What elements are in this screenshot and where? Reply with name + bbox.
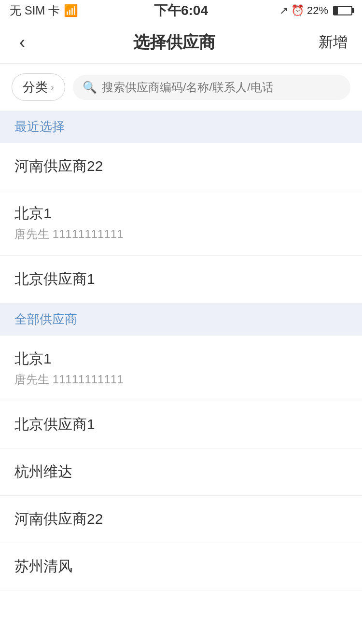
- item-detail: 唐先生 11111111111: [14, 372, 348, 387]
- battery-icon: [333, 6, 352, 15]
- chevron-right-icon: ›: [51, 82, 54, 93]
- all-section-header: 全部供应商: [0, 303, 362, 336]
- status-left: 无 SIM 卡 📶: [10, 3, 78, 18]
- recent-list: 河南供应商22 北京1 唐先生 11111111111 北京供应商1: [0, 143, 362, 303]
- battery-percent: 22%: [307, 4, 328, 17]
- search-input[interactable]: [102, 81, 341, 94]
- item-name: 北京1: [14, 349, 348, 369]
- all-list-item[interactable]: 北京1 唐先生 11111111111: [0, 336, 362, 401]
- all-section-label: 全部供应商: [14, 312, 77, 326]
- all-list-item[interactable]: 杭州维达: [0, 448, 362, 496]
- filter-bar: 分类 › 🔍: [0, 64, 362, 111]
- status-right: ↗ ⏰ 22%: [279, 4, 352, 17]
- search-box[interactable]: 🔍: [73, 75, 350, 100]
- item-name: 河南供应商22: [14, 509, 348, 529]
- item-name: 北京供应商1: [14, 269, 348, 289]
- item-name: 苏州清风: [14, 557, 348, 576]
- category-button[interactable]: 分类 ›: [12, 73, 65, 101]
- recent-list-item[interactable]: 河南供应商22: [0, 143, 362, 190]
- status-time: 下午6:04: [154, 1, 208, 20]
- item-name: 北京1: [14, 204, 348, 224]
- back-button[interactable]: ‹: [14, 28, 30, 57]
- recent-section-label: 最近选择: [14, 119, 65, 134]
- item-name: 河南供应商22: [14, 156, 348, 176]
- search-icon: 🔍: [83, 81, 97, 94]
- status-bar: 无 SIM 卡 📶 下午6:04 ↗ ⏰ 22%: [0, 0, 362, 21]
- alarm-icon: ⏰: [291, 4, 304, 17]
- recent-list-item[interactable]: 北京1 唐先生 11111111111: [0, 190, 362, 256]
- recent-section-header: 最近选择: [0, 111, 362, 143]
- all-list-item[interactable]: 北京供应商1: [0, 401, 362, 448]
- all-list: 北京1 唐先生 11111111111 北京供应商1 杭州维达 河南供应商22 …: [0, 336, 362, 590]
- item-detail: 唐先生 11111111111: [14, 226, 348, 242]
- item-name: 北京供应商1: [14, 415, 348, 434]
- wifi-icon: 📶: [64, 4, 78, 17]
- add-button[interactable]: 新增: [319, 32, 348, 52]
- nav-bar: ‹ 选择供应商 新增: [0, 21, 362, 64]
- category-label: 分类: [23, 79, 48, 96]
- recent-list-item[interactable]: 北京供应商1: [0, 256, 362, 303]
- page-title: 选择供应商: [133, 31, 215, 54]
- all-list-item[interactable]: 苏州清风: [0, 543, 362, 590]
- item-name: 杭州维达: [14, 462, 348, 482]
- no-sim-text: 无 SIM 卡: [10, 3, 60, 18]
- all-list-item[interactable]: 河南供应商22: [0, 496, 362, 543]
- location-icon: ↗: [279, 4, 288, 17]
